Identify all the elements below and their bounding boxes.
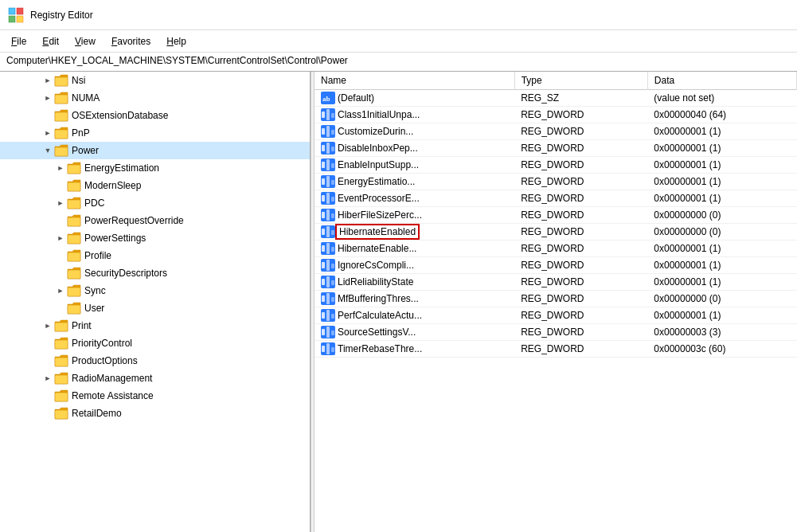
table-row[interactable]: DisableInboxPep...REG_DWORD0x00000001 (1… — [315, 140, 797, 157]
svg-rect-60 — [326, 243, 330, 254]
table-row[interactable]: CustomizeDurin...REG_DWORD0x00000001 (1) — [315, 123, 797, 140]
svg-rect-43 — [322, 178, 325, 185]
table-row[interactable]: HibernateEnable...REG_DWORD0x00000001 (1… — [315, 241, 797, 257]
value-name: IgnoreCsCompli... — [315, 257, 514, 274]
value-data: 0x00000001 (1) — [647, 307, 796, 324]
svg-rect-10 — [68, 182, 80, 191]
tree-item-sync[interactable]: ► Sync — [0, 282, 310, 299]
tree-item-pnp[interactable]: ► PnP — [0, 124, 310, 142]
svg-rect-6 — [55, 112, 68, 121]
value-type: REG_DWORD — [514, 274, 647, 291]
svg-rect-21 — [55, 375, 68, 384]
svg-rect-2 — [9, 16, 15, 22]
value-name: DisableInboxPep... — [315, 140, 514, 157]
folder-icon — [67, 197, 81, 209]
tree-item-osextension[interactable]: OSExtensionDatabase — [0, 107, 310, 124]
chevron-icon: ▼ — [41, 147, 54, 155]
value-type: REG_DWORD — [514, 174, 647, 190]
svg-rect-68 — [326, 276, 330, 288]
table-header: Name Type Data — [315, 72, 797, 90]
svg-rect-44 — [326, 176, 330, 187]
tree-item-remoteassistance[interactable]: Remote Assistance — [0, 387, 310, 405]
svg-rect-63 — [322, 262, 325, 268]
table-row[interactable]: ab (Default)REG_SZ(value not set) — [315, 90, 797, 107]
value-type: REG_SZ — [514, 90, 647, 107]
svg-rect-3 — [17, 16, 23, 22]
table-row[interactable]: HiberFileSizePerc...REG_DWORD0x00000000 … — [315, 207, 797, 224]
tree-item-power[interactable]: ▼ Power — [0, 142, 310, 159]
table-row[interactable]: EnableInputSupp...REG_DWORD0x00000001 (1… — [315, 157, 797, 174]
svg-rect-67 — [322, 279, 325, 285]
folder-icon — [54, 372, 68, 385]
folder-icon — [67, 162, 81, 174]
menu-item-view[interactable]: View — [67, 33, 104, 50]
svg-rect-11 — [68, 200, 80, 209]
tree-item-powersettings[interactable]: ► PowerSettings — [0, 229, 310, 247]
tree-item-user[interactable]: User — [0, 299, 310, 317]
addressbar: Computer\HKEY_LOCAL_MACHINE\SYSTEM\Curre… — [0, 53, 797, 72]
tree-item-energyestimation[interactable]: ► EnergyEstimation — [0, 159, 310, 177]
tree-item-numa[interactable]: ► NUMA — [0, 89, 310, 107]
svg-rect-35 — [322, 145, 325, 151]
tree-item-label: Nsi — [72, 75, 85, 86]
tree-item-nsi[interactable]: ► Nsi — [0, 72, 310, 89]
tree-item-label: PriorityControl — [72, 338, 132, 349]
table-row[interactable]: MfBufferingThres...REG_DWORD0x00000000 (… — [315, 291, 797, 307]
svg-rect-56 — [326, 226, 330, 237]
table-row[interactable]: TimerRebaseThre...REG_DWORD0x0000003c (6… — [315, 341, 797, 358]
tree-item-powerrequestoverride[interactable]: PowerRequestOverride — [0, 212, 310, 229]
values-panel[interactable]: Name Type Data ab (Default)REG_SZ(value … — [315, 72, 797, 532]
table-row-highlighted[interactable]: HibernateEnabledREG_DWORD0x00000000 (0) — [315, 224, 797, 241]
menu-item-favorites[interactable]: Favorites — [104, 33, 158, 50]
svg-rect-20 — [55, 358, 68, 366]
svg-rect-80 — [326, 327, 330, 338]
svg-rect-0 — [9, 8, 15, 14]
table-row[interactable]: Class1InitialUnpa...REG_DWORD0x00000040 … — [315, 107, 797, 123]
value-data: 0x00000000 (0) — [647, 291, 796, 307]
svg-rect-75 — [322, 312, 325, 319]
value-name: CustomizeDurin... — [315, 123, 514, 140]
svg-rect-27 — [322, 111, 325, 118]
tree-item-print[interactable]: ► Print — [0, 317, 310, 334]
chevron-icon: ► — [41, 322, 54, 330]
tree-item-modernsleep[interactable]: ModernSleep — [0, 177, 310, 194]
tree-item-label: Power — [72, 145, 99, 156]
svg-rect-4 — [55, 77, 68, 86]
menu-item-help[interactable]: Help — [158, 33, 194, 50]
tree-item-label: RetailDemo — [72, 408, 122, 419]
svg-rect-79 — [322, 329, 325, 335]
svg-rect-57 — [331, 230, 334, 235]
folder-icon — [67, 249, 81, 262]
tree-item-pdc[interactable]: ► PDC — [0, 194, 310, 212]
table-row[interactable]: SourceSettingsV...REG_DWORD0x00000003 (3… — [315, 324, 797, 341]
svg-rect-23 — [55, 410, 68, 419]
tree-item-retaildemo[interactable]: RetailDemo — [0, 405, 310, 422]
tree-item-securitydescriptors[interactable]: SecurityDescriptors — [0, 264, 310, 282]
value-name: SourceSettingsV... — [315, 324, 514, 341]
svg-rect-45 — [331, 180, 334, 185]
chevron-icon: ► — [41, 374, 54, 382]
tree-panel[interactable]: ► Nsi► NUMA OSExtensionDatabase► PnP▼ Po… — [0, 72, 311, 532]
svg-rect-85 — [331, 347, 334, 352]
table-row[interactable]: EnergyEstimatio...REG_DWORD0x00000001 (1… — [315, 174, 797, 190]
tree-item-profile[interactable]: Profile — [0, 247, 310, 264]
value-type: REG_DWORD — [514, 257, 647, 274]
value-data: 0x00000001 (1) — [647, 157, 796, 174]
table-row[interactable]: EventProcessorE...REG_DWORD0x00000001 (1… — [315, 190, 797, 207]
svg-rect-32 — [326, 126, 330, 137]
svg-rect-41 — [331, 163, 334, 168]
value-type: REG_DWORD — [514, 341, 647, 358]
menu-item-edit[interactable]: Edit — [34, 33, 67, 50]
tree-item-productoptions[interactable]: ProductOptions — [0, 352, 310, 370]
table-row[interactable]: LidReliabilityStateREG_DWORD0x00000001 (… — [315, 274, 797, 291]
table-row[interactable]: PerfCalculateActu...REG_DWORD0x00000001 … — [315, 307, 797, 324]
svg-rect-77 — [331, 314, 334, 319]
tree-item-prioritycontrol[interactable]: PriorityControl — [0, 334, 310, 352]
menu-item-file[interactable]: File — [3, 33, 34, 50]
tree-item-label: PDC — [84, 198, 104, 209]
svg-rect-9 — [68, 165, 80, 174]
svg-rect-72 — [326, 293, 330, 304]
tree-item-radiomanagement[interactable]: ► RadioManagement — [0, 370, 310, 387]
svg-rect-52 — [326, 209, 330, 221]
table-row[interactable]: IgnoreCsCompli...REG_DWORD0x00000001 (1) — [315, 257, 797, 274]
